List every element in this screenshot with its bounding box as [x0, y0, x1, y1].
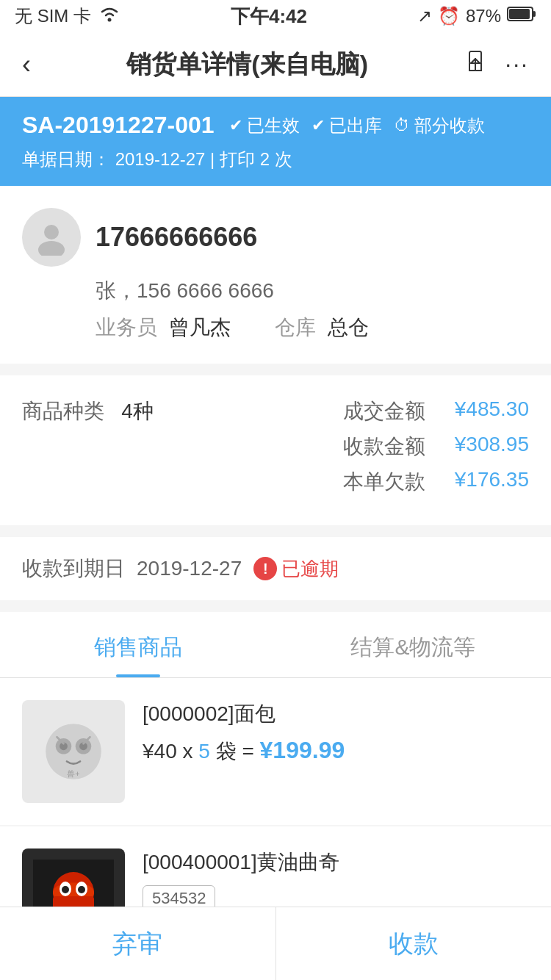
- warehouse-value: 总仓: [328, 314, 369, 342]
- goods-count-value: 4种: [121, 400, 154, 422]
- location-icon: ↗: [417, 6, 432, 26]
- product-price-1: ¥40 x 5 袋 = ¥199.99: [143, 737, 529, 765]
- customer-meta: 业务员 曾凡杰 仓库 总仓: [96, 314, 529, 342]
- svg-point-0: [108, 18, 112, 22]
- clock-icon: ⏱: [394, 116, 410, 135]
- check-icon-1: ✔: [229, 116, 242, 135]
- battery-text: 87%: [466, 6, 501, 26]
- amount-card: 商品种类 4种 成交金额 ¥485.30 收款金额 ¥308.95 本单欠款 ¥…: [0, 375, 551, 525]
- status-tags: ✔ 已生效 ✔ 已出库 ⏱ 部分收款: [229, 114, 485, 137]
- product-info-1: [0000002]面包 ¥40 x 5 袋 = ¥199.99: [143, 700, 529, 765]
- status-time: 下午4:42: [231, 4, 307, 29]
- goods-summary: 商品种类 4种: [22, 397, 154, 425]
- transaction-amount-row: 成交金额 ¥485.30: [343, 397, 529, 425]
- due-date-card: 收款到期日 2019-12-27 ! 已逾期: [0, 537, 551, 600]
- status-left: 无 SIM 卡: [15, 4, 120, 28]
- status-partial-payment: ⏱ 部分收款: [394, 114, 485, 137]
- svg-point-6: [38, 241, 65, 256]
- battery-icon: [507, 6, 536, 26]
- received-amount: ¥308.95: [455, 433, 529, 461]
- product-total-1: ¥199.99: [260, 737, 345, 763]
- customer-name: 17666666666: [96, 222, 257, 253]
- product-code-1: [0000002]面包: [143, 700, 529, 728]
- nav-bar: ‹ 销货单详情(来自电脑) ···: [0, 32, 551, 97]
- received-label: 收款金额: [343, 433, 425, 461]
- nav-actions: ···: [464, 50, 529, 79]
- transaction-amount: ¥485.30: [455, 397, 529, 425]
- alarm-icon: ⏰: [438, 6, 460, 26]
- header-top: SA-20191227-001 ✔ 已生效 ✔ 已出库 ⏱ 部分收款: [22, 112, 529, 139]
- amount-list: 成交金额 ¥485.30 收款金额 ¥308.95 本单欠款 ¥176.35: [343, 397, 529, 503]
- transaction-label: 成交金额: [343, 397, 425, 425]
- warehouse-label: 仓库: [275, 314, 316, 342]
- product-quantity-1: 5: [198, 740, 210, 763]
- svg-point-17: [62, 886, 69, 893]
- order-number: SA-20191227-001: [22, 112, 215, 139]
- salesperson-info: 业务员 曾凡杰: [96, 314, 231, 342]
- owed-amount: ¥176.35: [455, 468, 529, 496]
- avatar: [22, 208, 81, 267]
- salesperson-label: 业务员: [96, 314, 157, 342]
- svg-text:兽+: 兽+: [67, 769, 79, 778]
- tab-settlement-label: 结算&物流等: [350, 635, 475, 659]
- svg-rect-2: [533, 11, 536, 17]
- cancel-review-button[interactable]: 弃审: [0, 907, 276, 980]
- received-amount-row: 收款金额 ¥308.95: [343, 433, 529, 461]
- header-band: SA-20191227-001 ✔ 已生效 ✔ 已出库 ⏱ 部分收款 单据日期：…: [0, 97, 551, 186]
- svg-point-18: [78, 886, 85, 893]
- product-thumbnail-1: 兽+: [22, 700, 125, 803]
- bottom-toolbar: 弃审 收款: [0, 907, 551, 980]
- nav-title: 销货单详情(来自电脑): [126, 48, 368, 82]
- status-shipped: ✔ 已出库: [311, 114, 382, 137]
- owl-icon: 兽+: [22, 700, 125, 803]
- overdue-text: 已逾期: [281, 556, 339, 582]
- customer-top: 17666666666: [22, 208, 529, 267]
- tabs: 销售商品 结算&物流等: [0, 612, 551, 678]
- tab-settlement[interactable]: 结算&物流等: [276, 612, 551, 677]
- warehouse-info: 仓库 总仓: [275, 314, 369, 342]
- status-bar: 无 SIM 卡 下午4:42 ↗ ⏰ 87%: [0, 0, 551, 32]
- tab-products[interactable]: 销售商品: [0, 612, 276, 677]
- share-icon[interactable]: [464, 50, 487, 79]
- customer-card: 17666666666 张，156 6666 6666 业务员 曾凡杰 仓库 总…: [0, 186, 551, 364]
- due-date-label: 收款到期日: [22, 555, 125, 583]
- more-icon[interactable]: ···: [505, 51, 529, 78]
- goods-type-label: 商品种类: [22, 400, 104, 422]
- product-code-2: [000400001]黄油曲奇: [143, 849, 529, 876]
- customer-info: 张，156 6666 6666: [96, 277, 529, 305]
- wifi-icon: [98, 6, 120, 26]
- back-button[interactable]: ‹: [22, 49, 31, 80]
- tab-products-label: 销售商品: [94, 635, 182, 659]
- status-right: ↗ ⏰ 87%: [417, 6, 536, 26]
- owed-amount-row: 本单欠款 ¥176.35: [343, 468, 529, 496]
- header-date: 单据日期： 2019-12-27 | 打印 2 次: [22, 148, 529, 171]
- carrier-text: 无 SIM 卡: [15, 4, 91, 28]
- overdue-icon: !: [253, 557, 277, 580]
- salesperson-value: 曾凡杰: [169, 314, 231, 342]
- status-effective: ✔ 已生效: [229, 114, 300, 137]
- svg-rect-3: [509, 9, 530, 19]
- collect-button[interactable]: 收款: [276, 907, 552, 980]
- overdue-badge: ! 已逾期: [253, 556, 339, 582]
- list-item: 兽+ [0000002]面包 ¥40 x 5 袋 = ¥199.99: [0, 678, 551, 825]
- check-icon-2: ✔: [311, 116, 325, 135]
- due-date-value: 2019-12-27: [137, 557, 242, 580]
- owed-label: 本单欠款: [343, 468, 425, 496]
- svg-point-5: [44, 225, 59, 239]
